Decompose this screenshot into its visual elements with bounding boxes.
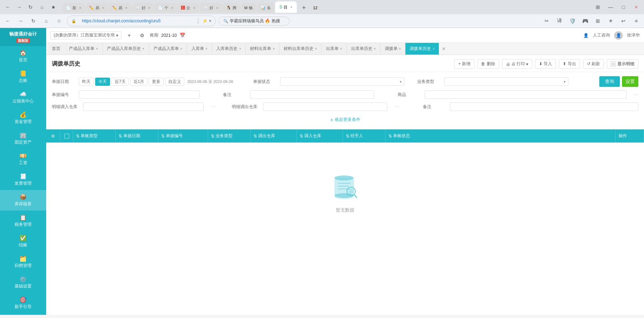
browser-tab-7[interactable]: ☁️ 好 × bbox=[200, 3, 222, 13]
close-window-button[interactable]: × bbox=[631, 2, 641, 12]
sidebar-item-funds[interactable]: 💰 资金管理 bbox=[0, 108, 46, 128]
tab-close-4[interactable]: × bbox=[206, 47, 208, 51]
print-button[interactable]: 🖨 🖨 打印 ▾ bbox=[502, 59, 532, 69]
sidebar-item-tax[interactable]: 📋 税务管理 bbox=[0, 211, 46, 231]
reload-button[interactable]: ↻ bbox=[26, 2, 36, 12]
tab-close-2[interactable]: × bbox=[142, 47, 144, 51]
biz-type-select[interactable] bbox=[444, 77, 568, 86]
home-button[interactable]: ⌂ bbox=[37, 2, 47, 12]
sidebar-item-assets[interactable]: 🏢 固定资产 bbox=[0, 128, 46, 149]
in-warehouse-input[interactable] bbox=[83, 102, 204, 111]
date-more-btn[interactable]: 更多 bbox=[149, 78, 164, 86]
browser-tab-11[interactable]: S 目 × bbox=[275, 1, 297, 13]
tab-product-in-2[interactable]: 产成品入库单 × bbox=[149, 43, 187, 55]
scissors-icon[interactable]: ✂ bbox=[542, 16, 552, 26]
th-biz-type[interactable]: ⇅ 业务类型 bbox=[208, 129, 251, 143]
th-checkbox[interactable] bbox=[60, 130, 73, 142]
doc-num-input[interactable] bbox=[79, 90, 200, 99]
browser-tab-5[interactable]: 📄 个 × bbox=[154, 3, 177, 13]
tab-material-out-history[interactable]: 材料出库单历史 × bbox=[279, 43, 322, 55]
browser-tab-9[interactable]: M 畅 bbox=[241, 3, 256, 13]
th-doc-status[interactable]: ⇅ 单账状态 bbox=[386, 129, 616, 143]
tab-transfer-history[interactable]: 调拨单历史 × bbox=[405, 43, 439, 55]
tab-transfer[interactable]: 调拨单 × bbox=[381, 43, 406, 55]
tab-close-1[interactable]: × bbox=[96, 47, 98, 51]
sidebar-item-archive[interactable]: 🗂️ 归档管理 bbox=[0, 252, 46, 272]
refresh-nav-button[interactable]: ↻ bbox=[28, 16, 38, 26]
user-service-label[interactable]: 人工咨询 bbox=[593, 32, 610, 38]
th-handler[interactable]: ⇅ 经手人 bbox=[343, 129, 386, 143]
date-custom-btn[interactable]: 自定义 bbox=[165, 78, 184, 86]
delete-button[interactable]: 🗑 删除 bbox=[477, 59, 499, 69]
add-company-button[interactable]: + bbox=[124, 30, 134, 40]
tab-close-5[interactable]: × bbox=[239, 47, 241, 51]
sidebar-item-ledger[interactable]: 📒 总账 bbox=[0, 67, 46, 87]
th-doc-type[interactable]: ⇅ 单账类型 bbox=[73, 129, 116, 143]
extra-remark-input[interactable] bbox=[450, 102, 638, 111]
browser-tab-4[interactable]: ☁️ 好 × bbox=[132, 3, 154, 13]
browser-tab-2[interactable]: ✏️ 易 × bbox=[86, 3, 108, 13]
maximize-button[interactable]: □ bbox=[618, 2, 628, 12]
new-button[interactable]: + 新增 bbox=[454, 59, 474, 69]
status-select[interactable] bbox=[280, 77, 404, 86]
settings-query-button[interactable]: 设置 bbox=[622, 76, 638, 87]
browser-tab-3[interactable]: ✏️ 易 × bbox=[109, 3, 131, 13]
user-avatar[interactable]: 👤 bbox=[614, 31, 623, 40]
th-doc-num[interactable]: ⇅ 单据编号 bbox=[158, 129, 208, 143]
forward-button[interactable]: → bbox=[14, 2, 24, 12]
sidebar-item-settings[interactable]: ⚙️ 基础设置 bbox=[0, 272, 46, 293]
company-settings-icon[interactable]: ⚙ bbox=[137, 30, 147, 40]
new-tab-button[interactable]: + bbox=[299, 3, 309, 13]
tab-product-in-history[interactable]: 产成品入库单历史 × bbox=[103, 43, 149, 55]
out-warehouse-input[interactable] bbox=[263, 102, 387, 111]
calendar-icon[interactable]: 📅 bbox=[180, 33, 185, 38]
back-button[interactable]: ← bbox=[3, 2, 13, 12]
th-in-warehouse[interactable]: ⇅ 调入仓库 bbox=[297, 129, 343, 143]
date-yesterday-btn[interactable]: 昨天 bbox=[79, 78, 94, 86]
home-nav-button[interactable]: ⌂ bbox=[41, 16, 51, 26]
extension-icon-2[interactable]: 🎮 bbox=[580, 16, 590, 26]
column-settings-icon[interactable]: ⚙ bbox=[51, 134, 55, 139]
tab-home[interactable]: 首页 bbox=[48, 43, 65, 55]
sidebar-item-inventory[interactable]: 📦 库存核算 bbox=[0, 190, 46, 211]
out-warehouse-more-icon[interactable]: ··· bbox=[394, 104, 399, 110]
import-button[interactable]: ⬇ 导入 bbox=[535, 59, 556, 69]
browser-tab-6[interactable]: 🅲 企 × bbox=[178, 3, 199, 13]
sidebar-item-invoice[interactable]: 🧾 发票管理 bbox=[0, 169, 46, 190]
company-selector[interactable]: (勿删勿禁用）江西服宝测试专用 ▾ bbox=[50, 31, 121, 39]
tab-in-history[interactable]: 入库单历史 × bbox=[212, 43, 246, 55]
tab-close-7[interactable]: × bbox=[315, 47, 317, 51]
date-1month-btn[interactable]: 近1月 bbox=[130, 78, 148, 86]
th-doc-date[interactable]: ⇅ 单据日期 bbox=[116, 129, 158, 143]
refresh-button[interactable]: ↺ 刷新 bbox=[583, 59, 604, 69]
app-logo[interactable]: 畅捷通好会计 旗舰版 bbox=[0, 28, 46, 46]
goods-input[interactable] bbox=[425, 90, 627, 99]
tab-out-history[interactable]: 出库单历史 × bbox=[347, 43, 381, 55]
tab-close-8[interactable]: × bbox=[340, 47, 342, 51]
export-button[interactable]: ⬆ 导出 bbox=[559, 59, 580, 69]
th-settings[interactable]: ⚙ bbox=[46, 130, 60, 142]
sidebar-item-home[interactable]: 🏠 首页 bbox=[0, 46, 46, 67]
bookmark-button[interactable]: ★ bbox=[48, 2, 58, 12]
tab-in-order[interactable]: 入库单 × bbox=[187, 43, 212, 55]
goods-more-icon[interactable]: ··· bbox=[634, 91, 638, 98]
menu-icon[interactable]: ≡ bbox=[631, 16, 641, 26]
sidebar-item-close[interactable]: ✅ 结账 bbox=[0, 231, 46, 252]
sidebar-item-payroll[interactable]: 💴 工资 bbox=[0, 149, 46, 169]
translate-icon[interactable]: 译 bbox=[555, 16, 564, 26]
tab-close-6[interactable]: × bbox=[273, 47, 275, 51]
tab-close-9[interactable]: × bbox=[374, 47, 376, 51]
tab-out-order[interactable]: 出库单 × bbox=[322, 43, 347, 55]
sidebar-item-guide[interactable]: 🎯 新手引导 bbox=[0, 293, 46, 313]
sidebar-item-vip[interactable]: V 畅会员 bbox=[0, 313, 46, 315]
undo-icon[interactable]: ↩ bbox=[618, 16, 628, 26]
minimize-button[interactable]: — bbox=[606, 2, 616, 12]
browser-tab-8[interactable]: 🐧 腾 bbox=[223, 3, 240, 13]
grid-icon[interactable]: ⊞ bbox=[593, 16, 603, 26]
tab-product-in[interactable]: 产成品入库单 × bbox=[65, 43, 103, 55]
back-nav-button[interactable]: ← bbox=[3, 16, 13, 26]
select-all-checkbox[interactable] bbox=[64, 134, 69, 139]
tab-close-11[interactable]: × bbox=[432, 47, 435, 51]
in-warehouse-more-icon[interactable]: ··· bbox=[211, 104, 215, 110]
close-all-tabs-button[interactable]: × bbox=[439, 44, 448, 54]
